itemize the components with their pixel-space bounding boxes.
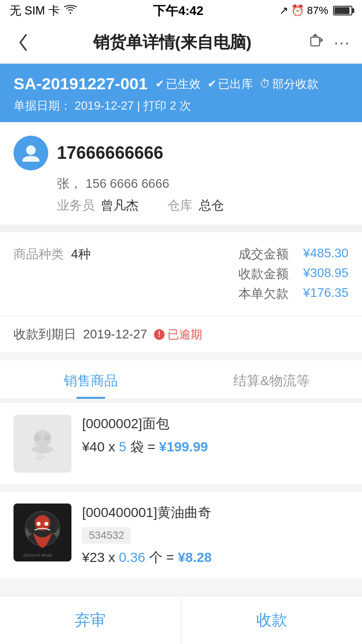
list-item: 品+ [0000002]面包 ¥40 x 5 袋 = ¥199.99 <box>0 403 362 484</box>
carrier-text: 无 SIM 卡 <box>10 3 60 18</box>
product-image-1: 品+ <box>14 415 71 473</box>
svg-text:diamond whale: diamond whale <box>23 553 53 558</box>
svg-point-5 <box>32 446 53 453</box>
status-tags: ✔ 已生效 ✔ 已出库 ⏱ 部分收款 <box>155 76 319 92</box>
customer-account-id: 17666666666 <box>57 143 163 163</box>
status-time: 下午4:42 <box>153 2 203 19</box>
product-info-2: [000400001]黄油曲奇 534532 ¥23 x 0.36 个 = ¥8… <box>82 504 348 567</box>
battery-icon <box>333 6 352 15</box>
overdue-dot-icon: ! <box>154 329 165 340</box>
product-name-1: [0000002]面包 <box>82 415 348 433</box>
product-image-2: diamond whale <box>14 504 71 561</box>
payment-due-label: 收款到期日 <box>14 326 76 343</box>
svg-point-1 <box>26 145 36 155</box>
transaction-amount: 成交金额 ¥485.30 <box>238 246 348 263</box>
svg-rect-0 <box>311 37 320 46</box>
payment-due-section: 收款到期日 2019-12-27 ! 已逾期 <box>0 316 362 352</box>
product-price-line-1: ¥40 x 5 袋 = ¥199.99 <box>82 438 348 456</box>
product-sku-badge: 534532 <box>82 527 131 544</box>
battery-text: 87% <box>307 4 328 17</box>
svg-point-10 <box>37 522 41 526</box>
order-date-line: 单据日期： 2019-12-27 | 打印 2 次 <box>14 98 348 113</box>
svg-point-3 <box>34 434 41 441</box>
list-item: diamond whale [000400001]黄油曲奇 534532 ¥23… <box>0 492 362 578</box>
nav-bar: 销货单详情(来自电脑) ··· <box>0 21 362 64</box>
order-number: SA-20191227-001 <box>14 74 148 93</box>
overdue-badge: ! 已逾期 <box>154 327 202 342</box>
more-icon[interactable]: ··· <box>334 33 350 52</box>
collect-payment-button[interactable]: 收款 <box>181 596 362 644</box>
location-icon: ↗ <box>279 4 288 17</box>
back-button[interactable] <box>12 31 35 54</box>
tab-settlement-logistics[interactable]: 结算&物流等 <box>181 360 362 399</box>
wifi-icon <box>64 4 77 17</box>
status-partial: ⏱ 部分收款 <box>260 76 319 92</box>
overdue-text: 已逾期 <box>167 327 202 342</box>
divider-1 <box>0 224 362 232</box>
status-right: ↗ ⏰ 87% <box>279 4 352 17</box>
payment-due-date: 2019-12-27 <box>83 327 147 342</box>
bottom-bar: 弃审 收款 <box>0 596 362 644</box>
staff-warehouse-row: 业务员 曾凡杰 仓库 总仓 <box>57 197 348 214</box>
customer-section: 17666666666 张， 156 6666 6666 业务员 曾凡杰 仓库 … <box>0 122 362 224</box>
status-left: 无 SIM 卡 <box>10 3 77 18</box>
share-icon[interactable] <box>310 33 324 51</box>
status-effective: ✔ 已生效 <box>155 76 201 92</box>
product-name-2: [000400001]黄油曲奇 <box>82 504 348 522</box>
status-shipped: ✔ 已出库 <box>208 76 253 92</box>
svg-point-11 <box>44 522 48 526</box>
warehouse-info: 仓库 总仓 <box>167 197 224 214</box>
staff-info: 业务员 曾凡杰 <box>57 197 139 214</box>
alarm-icon: ⏰ <box>291 4 304 17</box>
page-title: 销货单详情(来自电脑) <box>93 31 252 54</box>
owed-amount: 本单欠款 ¥176.35 <box>238 285 348 302</box>
product-info-1: [0000002]面包 ¥40 x 5 袋 = ¥199.99 <box>82 415 348 456</box>
svg-point-4 <box>44 434 51 441</box>
tab-sales-products[interactable]: 销售商品 <box>0 360 181 399</box>
summary-section: 商品种类 4种 成交金额 ¥485.30 收款金额 ¥308.95 本单欠款 ¥… <box>0 232 362 316</box>
order-banner: SA-20191227-001 ✔ 已生效 ✔ 已出库 ⏱ 部分收款 单据日期：… <box>0 64 362 122</box>
status-bar: 无 SIM 卡 下午4:42 ↗ ⏰ 87% <box>0 0 362 21</box>
customer-name-phone: 张， 156 6666 6666 <box>57 175 348 192</box>
received-amount: 收款金额 ¥308.95 <box>238 266 348 282</box>
svg-text:品+: 品+ <box>37 454 46 461</box>
product-price-line-2: ¥23 x 0.36 个 = ¥8.28 <box>82 548 348 567</box>
customer-avatar <box>14 136 48 170</box>
financial-summary: 成交金额 ¥485.30 收款金额 ¥308.95 本单欠款 ¥176.35 <box>238 246 348 302</box>
nav-actions: ··· <box>310 33 350 52</box>
product-kind: 商品种类 4种 <box>14 246 91 263</box>
tabs-container: 销售商品 结算&物流等 <box>0 360 362 399</box>
abandon-review-button[interactable]: 弃审 <box>0 596 181 644</box>
